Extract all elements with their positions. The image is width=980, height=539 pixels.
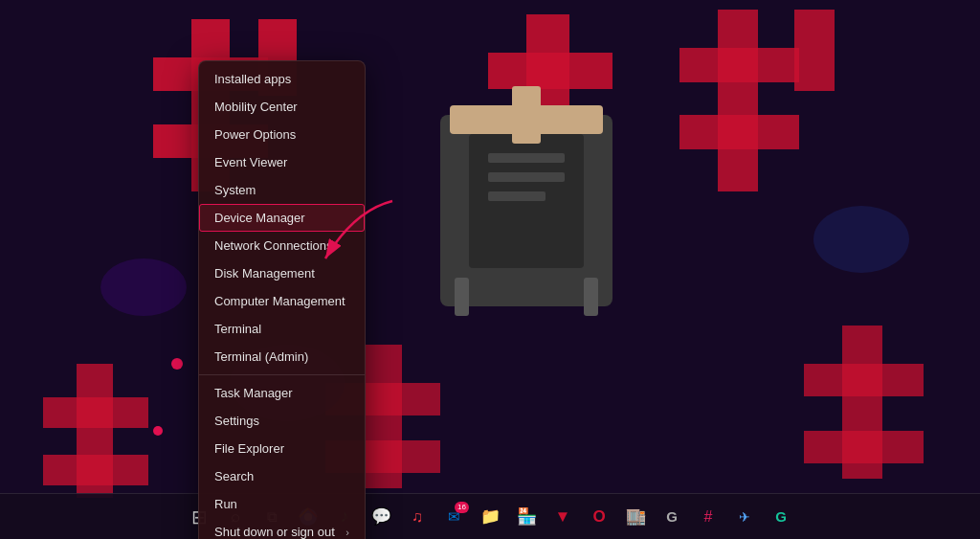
menu-item-label-disk-management: Disk Management xyxy=(214,266,315,281)
itunes-icon[interactable]: ♫ xyxy=(400,500,434,534)
mail-icon[interactable]: ✉ 16 xyxy=(436,500,471,534)
svg-rect-27 xyxy=(488,153,565,163)
svg-point-31 xyxy=(813,206,909,273)
svg-rect-6 xyxy=(488,53,612,89)
menu-item-label-power-options: Power Options xyxy=(214,127,296,142)
menu-item-label-run: Run xyxy=(214,497,237,511)
menu-item-label-event-viewer: Event Viewer xyxy=(214,155,287,169)
menu-item-label-terminal-admin: Terminal (Admin) xyxy=(214,349,308,364)
desktop: Installed appsMobility CenterPower Optio… xyxy=(0,0,980,539)
menu-item-search[interactable]: Search xyxy=(199,462,365,490)
whatsapp-icon[interactable]: 💬 xyxy=(364,500,398,534)
menu-item-label-search: Search xyxy=(214,469,254,483)
menu-item-settings[interactable]: Settings xyxy=(199,407,365,435)
files-icon[interactable]: 📁 xyxy=(473,500,507,534)
menu-item-label-system: System xyxy=(214,183,256,197)
svg-rect-20 xyxy=(804,431,924,463)
menu-item-shut-down[interactable]: Shut down or sign out› xyxy=(199,518,365,539)
menu-item-label-installed-apps: Installed apps xyxy=(214,72,291,86)
svg-rect-19 xyxy=(804,364,924,396)
menu-item-label-file-explorer: File Explorer xyxy=(214,441,284,456)
menu-item-label-network-connections: Network Connections xyxy=(214,238,333,253)
menu-item-task-manager[interactable]: Task Manager xyxy=(199,379,365,407)
menu-item-label-task-manager: Task Manager xyxy=(214,386,293,400)
menu-item-device-manager[interactable]: Device Manager xyxy=(199,204,365,232)
svg-rect-13 xyxy=(43,397,148,428)
unknown-icon[interactable]: ✈ xyxy=(727,500,762,534)
svg-rect-28 xyxy=(488,172,565,182)
menu-item-file-explorer[interactable]: File Explorer xyxy=(199,435,365,462)
menu-item-label-computer-management: Computer Management xyxy=(214,294,345,308)
svg-rect-29 xyxy=(488,191,546,201)
ms-store2-icon[interactable]: 🏬 xyxy=(618,500,653,534)
pockyt-icon[interactable]: ▼ xyxy=(546,500,580,534)
menu-item-disk-management[interactable]: Disk Management xyxy=(199,259,365,287)
office-icon[interactable]: O xyxy=(582,500,616,534)
menu-item-system[interactable]: System xyxy=(199,176,365,204)
menu-item-label-shut-down: Shut down or sign out xyxy=(214,525,335,539)
background-art xyxy=(0,0,980,539)
svg-rect-10 xyxy=(679,115,799,149)
submenu-arrow-shut-down: › xyxy=(345,527,349,538)
svg-rect-26 xyxy=(584,278,598,316)
svg-rect-24 xyxy=(512,86,541,144)
context-menu: Installed appsMobility CenterPower Optio… xyxy=(198,60,366,539)
svg-point-34 xyxy=(153,426,163,436)
svg-rect-11 xyxy=(794,10,835,91)
grammarly-icon[interactable]: G xyxy=(764,500,798,534)
svg-rect-14 xyxy=(43,455,148,485)
menu-item-terminal[interactable]: Terminal xyxy=(199,315,365,343)
menu-item-label-mobility-center: Mobility Center xyxy=(214,100,298,114)
menu-item-label-settings: Settings xyxy=(214,414,259,428)
svg-point-33 xyxy=(171,358,183,370)
logitech-icon[interactable]: G xyxy=(655,500,689,534)
svg-rect-9 xyxy=(679,48,799,82)
svg-point-32 xyxy=(100,258,187,316)
menu-item-label-terminal: Terminal xyxy=(214,322,261,336)
svg-rect-8 xyxy=(718,10,758,191)
menu-item-installed-apps[interactable]: Installed apps xyxy=(199,65,365,93)
menu-item-power-options[interactable]: Power Options xyxy=(199,121,365,148)
svg-rect-25 xyxy=(455,278,469,316)
menu-item-mobility-center[interactable]: Mobility Center xyxy=(199,93,365,121)
menu-item-label-device-manager: Device Manager xyxy=(214,211,305,225)
menu-item-network-connections[interactable]: Network Connections xyxy=(199,232,365,259)
menu-item-event-viewer[interactable]: Event Viewer xyxy=(199,148,365,176)
menu-item-terminal-admin[interactable]: Terminal (Admin) xyxy=(199,343,365,371)
taskbar: ⊞ ⌕ ⧉ ♪ 💬 ♫ ✉ 16 📁 🏪 ▼ O 🏬 G # ✈ G xyxy=(0,493,980,539)
slack-icon[interactable]: # xyxy=(691,500,725,534)
menu-item-computer-management[interactable]: Computer Management xyxy=(199,287,365,315)
menu-separator xyxy=(199,374,365,375)
store-icon[interactable]: 🏪 xyxy=(509,500,544,534)
menu-item-run[interactable]: Run xyxy=(199,490,365,518)
